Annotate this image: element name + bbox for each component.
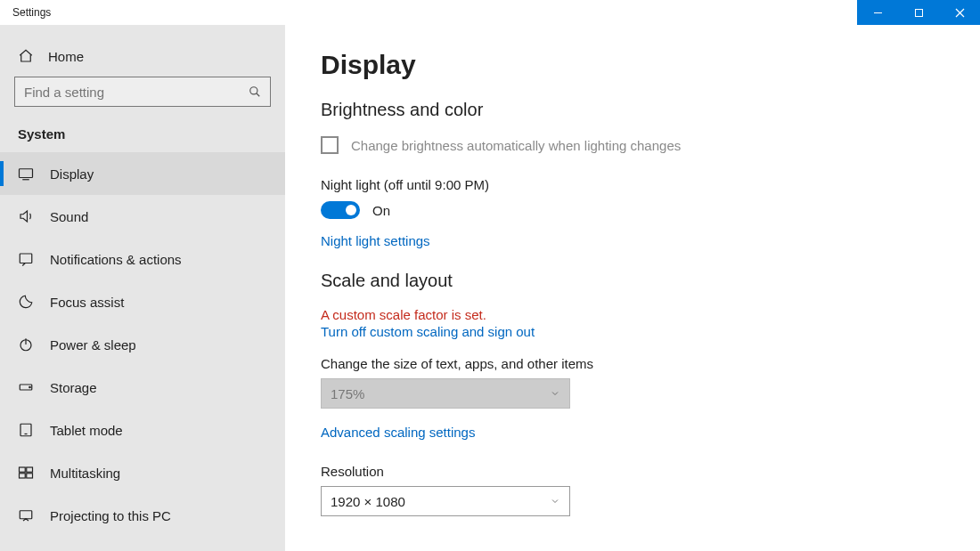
svg-rect-1 (915, 9, 922, 16)
display-icon (18, 166, 34, 182)
multitasking-icon (18, 465, 34, 481)
resolution-select[interactable]: 1920 × 1080 (321, 486, 570, 516)
turn-off-custom-scaling-link[interactable]: Turn off custom scaling and sign out (321, 324, 535, 339)
tablet-icon (18, 422, 34, 438)
nav-item-focus-assist[interactable]: Focus assist (0, 280, 285, 323)
advanced-scaling-link[interactable]: Advanced scaling settings (321, 425, 475, 440)
night-light-toggle[interactable] (321, 201, 360, 219)
home-label: Home (48, 49, 84, 64)
nav-item-sound[interactable]: Sound (0, 195, 285, 238)
toggle-knob (346, 205, 356, 215)
search-icon (249, 85, 261, 98)
maximize-button[interactable] (898, 0, 939, 25)
nav-item-label: Projecting to this PC (50, 508, 171, 523)
nav-list: Display Sound Notifications & actions (0, 152, 285, 537)
title-bar: Settings (0, 0, 980, 25)
svg-rect-19 (20, 511, 32, 519)
nav-item-label: Sound (50, 209, 88, 224)
svg-rect-6 (20, 169, 33, 178)
text-size-select: 175% (321, 378, 570, 409)
nav-group-label: System (0, 119, 285, 152)
nav-item-tablet-mode[interactable]: Tablet mode (0, 409, 285, 451)
nav-item-notifications[interactable]: Notifications & actions (0, 238, 285, 280)
nav-item-power-sleep[interactable]: Power & sleep (0, 323, 285, 366)
notifications-icon (18, 251, 34, 267)
svg-point-4 (250, 87, 257, 94)
auto-brightness-checkbox-row[interactable]: Change brightness automatically when lig… (321, 136, 944, 154)
section-brightness-heading: Brightness and color (321, 100, 944, 120)
nav-item-label: Tablet mode (50, 423, 123, 438)
focus-assist-icon (18, 294, 34, 310)
svg-rect-8 (20, 254, 32, 263)
night-light-state: On (372, 203, 390, 218)
night-light-settings-link[interactable]: Night light settings (321, 233, 430, 248)
home-nav[interactable]: Home (0, 39, 285, 73)
svg-line-5 (257, 93, 260, 97)
nav-item-label: Storage (50, 380, 97, 395)
projecting-icon (18, 507, 34, 523)
power-icon (18, 336, 34, 352)
chevron-down-icon (550, 496, 560, 506)
nav-item-projecting[interactable]: Projecting to this PC (0, 494, 285, 537)
main-content: Display Brightness and color Change brig… (285, 25, 980, 551)
resolution-value: 1920 × 1080 (331, 494, 405, 509)
chevron-down-icon (550, 388, 560, 399)
section-scale-heading: Scale and layout (321, 271, 944, 291)
nav-item-label: Notifications & actions (50, 252, 182, 267)
search-field[interactable] (14, 77, 271, 107)
nav-item-display[interactable]: Display (0, 152, 285, 195)
svg-rect-15 (20, 467, 26, 472)
sound-icon (18, 208, 34, 224)
home-icon (18, 48, 34, 64)
svg-rect-17 (20, 474, 26, 478)
text-size-value: 175% (331, 386, 364, 401)
window-controls (857, 0, 980, 25)
svg-rect-18 (27, 474, 33, 478)
page-title: Display (321, 50, 944, 80)
night-light-label: Night light (off until 9:00 PM) (321, 177, 944, 192)
search-input[interactable] (24, 85, 240, 100)
svg-rect-16 (27, 467, 33, 472)
checkbox-icon (321, 136, 339, 154)
custom-scale-warning: A custom scale factor is set. (321, 307, 944, 322)
nav-item-label: Display (50, 166, 94, 182)
svg-point-12 (29, 386, 31, 388)
close-button[interactable] (939, 0, 980, 25)
sidebar: Home System Display (0, 25, 285, 551)
text-size-label: Change the size of text, apps, and other… (321, 356, 944, 371)
window-title: Settings (0, 6, 51, 19)
nav-item-label: Multitasking (50, 466, 120, 481)
minimize-button[interactable] (857, 0, 898, 25)
nav-item-multitasking[interactable]: Multitasking (0, 451, 285, 494)
settings-window: Settings Home (0, 0, 980, 551)
nav-item-label: Power & sleep (50, 337, 136, 352)
auto-brightness-label: Change brightness automatically when lig… (351, 138, 681, 153)
storage-icon (18, 379, 34, 395)
nav-item-label: Focus assist (50, 295, 124, 310)
resolution-label: Resolution (321, 464, 944, 479)
nav-item-storage[interactable]: Storage (0, 366, 285, 409)
